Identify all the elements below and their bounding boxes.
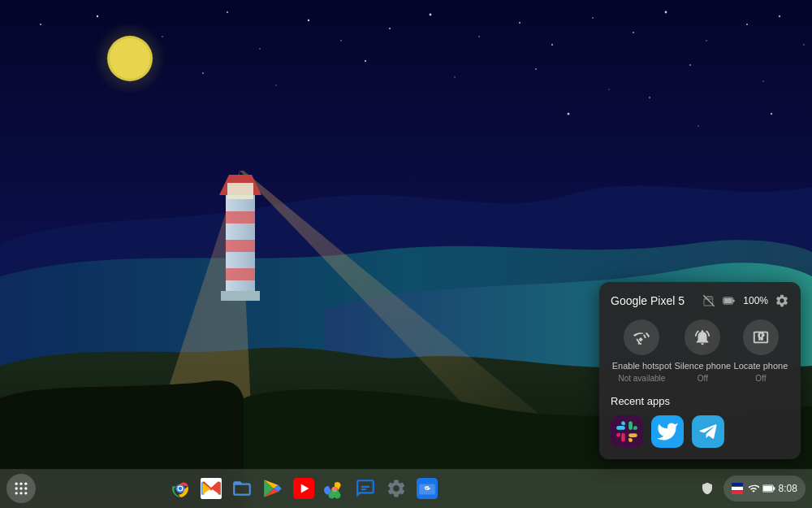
svg-point-12	[551, 44, 553, 46]
panel-settings-icon[interactable]	[775, 293, 789, 308]
taskbar-app-chrome[interactable]	[166, 474, 195, 503]
settings-icon	[386, 478, 407, 499]
silence-icon-circle	[685, 319, 720, 355]
silence-label: Silence phoneOff	[674, 360, 731, 384]
youtube-icon	[293, 478, 314, 499]
play-store-icon	[262, 478, 283, 499]
svg-point-21	[202, 72, 204, 74]
recent-apps	[611, 415, 789, 448]
svg-point-17	[746, 24, 748, 25]
phone-panel: Google Pixel 5 100%	[599, 282, 801, 459]
taskbar: G	[0, 469, 812, 508]
svg-point-3	[162, 36, 163, 37]
svg-point-50	[19, 483, 22, 485]
svg-point-35	[110, 38, 150, 79]
svg-point-25	[535, 68, 537, 70]
taskbar-app-play[interactable]	[258, 474, 287, 503]
locate-icon-circle	[743, 319, 779, 355]
recent-app-telegram[interactable]	[692, 415, 724, 448]
svg-rect-39	[226, 211, 255, 224]
svg-point-51	[24, 483, 27, 485]
taskbar-app-youtube[interactable]	[289, 474, 318, 503]
svg-point-30	[649, 97, 650, 98]
svg-point-5	[259, 48, 261, 50]
hotspot-icon	[633, 328, 650, 346]
recent-apps-title: Recent apps	[611, 395, 789, 407]
wifi-icon	[748, 483, 759, 494]
svg-point-23	[365, 60, 366, 62]
gmail-icon	[201, 478, 222, 499]
panel-actions: Enable hotspotNot available Silence phon…	[611, 319, 789, 384]
launcher-icon	[13, 480, 29, 497]
svg-rect-40	[226, 240, 255, 252]
svg-point-1	[40, 24, 41, 25]
svg-point-15	[665, 11, 667, 14]
panel-header-right: 100%	[702, 293, 789, 308]
taskbar-app-messages[interactable]	[351, 474, 380, 503]
panel-battery-pct: 100%	[743, 295, 768, 306]
svg-rect-71	[361, 488, 367, 490]
locate-label: Locate phoneOff	[734, 360, 788, 384]
locate-action[interactable]: Locate phoneOff	[734, 319, 788, 384]
svg-rect-44	[221, 291, 260, 301]
svg-point-14	[633, 32, 634, 33]
hotspot-label: Enable hotspotNot available	[612, 360, 672, 384]
svg-point-54	[24, 487, 27, 489]
silence-action[interactable]: Silence phoneOff	[674, 319, 731, 384]
svg-point-16	[706, 40, 707, 41]
svg-point-52	[15, 487, 18, 489]
svg-point-8	[389, 28, 391, 29]
telegram-icon	[697, 420, 719, 443]
svg-point-27	[689, 64, 691, 66]
svg-point-61	[179, 487, 182, 490]
taskbar-app-settings[interactable]	[382, 474, 411, 503]
svg-point-9	[430, 14, 432, 16]
no-sim-icon	[702, 294, 715, 307]
photos-icon	[324, 478, 345, 499]
panel-header: Google Pixel 5 100%	[611, 293, 789, 308]
taskbar-battery-icon	[762, 484, 775, 493]
locate-phone-icon	[752, 328, 770, 346]
taskbar-app-wallet[interactable]: G	[412, 474, 442, 503]
svg-rect-47	[724, 298, 732, 303]
taskbar-status: 8:08	[696, 475, 806, 501]
svg-rect-41	[226, 268, 255, 280]
svg-rect-48	[733, 300, 735, 302]
svg-point-2	[97, 15, 98, 17]
wallet-icon: G	[417, 478, 438, 499]
svg-point-57	[24, 492, 27, 494]
svg-point-26	[608, 89, 609, 89]
svg-point-6	[308, 20, 309, 21]
svg-point-19	[803, 44, 805, 46]
hotspot-action[interactable]: Enable hotspotNot available	[612, 319, 672, 384]
svg-rect-76	[773, 487, 775, 489]
svg-point-22	[275, 85, 277, 86]
svg-point-28	[762, 80, 764, 82]
svg-point-55	[15, 492, 18, 494]
recent-app-slack[interactable]	[611, 415, 643, 448]
panel-device-name: Google Pixel 5	[611, 294, 685, 307]
twitter-icon	[656, 420, 679, 443]
silence-icon	[693, 328, 711, 346]
svg-rect-75	[763, 486, 772, 491]
taskbar-app-gmail[interactable]	[197, 474, 226, 503]
svg-point-13	[592, 17, 594, 19]
svg-point-31	[698, 125, 699, 127]
svg-point-49	[15, 483, 18, 485]
recent-app-twitter[interactable]	[651, 415, 684, 448]
network-icon[interactable]	[696, 477, 719, 500]
messages-icon	[355, 478, 376, 499]
svg-point-32	[771, 113, 772, 115]
clock: 8:08	[779, 483, 797, 494]
battery-icon	[722, 294, 736, 307]
svg-rect-43	[227, 183, 253, 199]
svg-point-56	[19, 492, 22, 494]
launcher-button[interactable]	[6, 474, 36, 503]
status-area[interactable]: 8:08	[723, 475, 806, 501]
svg-point-18	[779, 15, 780, 17]
taskbar-app-photos[interactable]	[320, 474, 349, 503]
svg-point-24	[454, 76, 456, 78]
vpn-icon	[701, 482, 714, 495]
svg-point-4	[227, 11, 228, 13]
taskbar-app-files[interactable]	[227, 474, 257, 503]
